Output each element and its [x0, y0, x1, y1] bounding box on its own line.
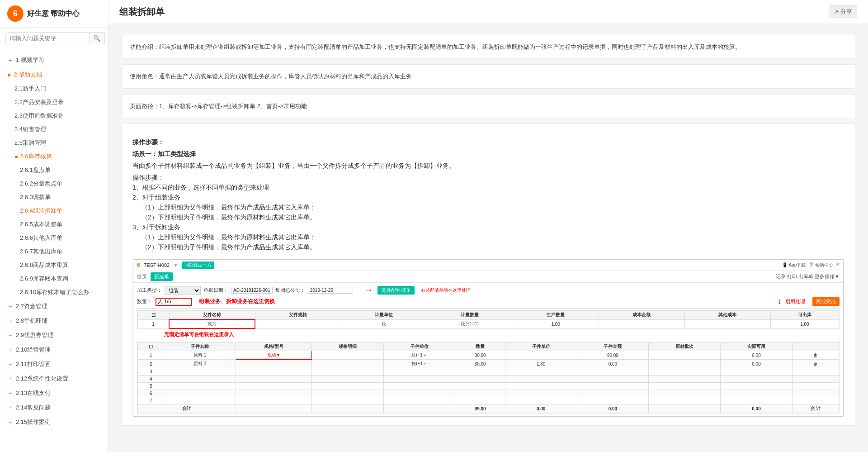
sidebar-item-install[interactable]: 2.2产品安装及登录	[0, 95, 108, 109]
step3-1: （1）上部明细为父件明细，最终作为原材料生成其它出库单；	[142, 233, 844, 242]
share-icon: ↗	[834, 9, 839, 15]
sidebar-item-video[interactable]: ＋ 1.视频学习	[0, 53, 108, 67]
step2: 2、对于组装业务	[132, 194, 844, 202]
mini-dropdown-icon: ▼	[173, 262, 178, 268]
sidebar-item-2-6-6[interactable]: 2.6.6其他入库单	[0, 231, 108, 245]
step3-2: （2）下部明细为子件明细，最终作为产成品生成其它入库单。	[142, 243, 844, 252]
sidebar-item-2-6-1[interactable]: 2.6.1盘点单	[0, 163, 108, 177]
plus-icon-2-10: ＋	[7, 346, 13, 354]
mini-form-label: 数量：	[137, 298, 152, 305]
mini-child-row5: 5	[138, 383, 839, 390]
sidebar-item-2-12[interactable]: ＋ 2.12系统个性化设置	[0, 371, 108, 386]
plus-icon-2-12: ＋	[7, 375, 13, 383]
plus-icon-2-14: ＋	[7, 404, 13, 412]
mini-arrow1: →	[365, 285, 373, 295]
plus-icon-2-9: ＋	[7, 331, 13, 339]
sidebar-item-2-6-9[interactable]: 2.6.9库存账本查询	[0, 272, 108, 285]
sidebar-item-2-13[interactable]: ＋ 2.13在线支付	[0, 386, 108, 400]
scene1-heading: 场景一：加工类型选择	[132, 150, 844, 158]
step2-2: （2）下部明细为子件明细，最终作为原材料生成其它出库单。	[142, 214, 844, 222]
mini-company: TEST-H002	[144, 262, 170, 268]
mini-total-row: 合计 99.00 0.00 0.00 0.00	[138, 404, 839, 413]
mini-th-spec: 父件规格	[255, 311, 341, 320]
sidebar-item-2-6-2[interactable]: 2.6.2分量盘点单	[0, 177, 108, 190]
share-button[interactable]: ↗ 分享	[829, 5, 857, 18]
plus-icon-2-11: ＋	[7, 360, 13, 368]
sidebar-item-2-8[interactable]: ＋ 2.8手机旺铺	[0, 314, 108, 328]
sidebar-item-inventory[interactable]: ● 2.6库存核算	[0, 150, 108, 163]
mini-toolbar-right: 📱 App下载 ❓ 帮助中心 ✕	[782, 262, 840, 268]
mini-qty-input[interactable]	[156, 298, 192, 306]
mini-th-other: 其他成本	[684, 311, 770, 320]
minus-icon: ●	[7, 71, 11, 78]
sidebar-item-2-11[interactable]: ＋ 2.11打印设置	[0, 357, 108, 371]
mini-child-row6: 6	[138, 390, 839, 397]
mini-annotation2-text: 组装业务、拆卸业务在这里切换	[199, 298, 275, 305]
scene1-desc: 当由多个子件材料组装成一个成品的业务为【组装】业务，当由一个父件拆分成多个子产品…	[132, 162, 844, 170]
mini-annotation-row2: 数量： 组装业务、拆卸业务在这里切换 ↓ 启用处理 完成完成	[137, 297, 840, 306]
sidebar-item-new[interactable]: 2.1新手入门	[0, 82, 108, 95]
mini-table-parent-table: ☐ 父件名称 父件规格 计量单位 计量数量 生产数量 成本金额 其他成本 可出库	[137, 310, 839, 329]
mini-annotation4: 无固定清单可在组装在这里录入	[164, 331, 840, 338]
sidebar-item-2-6-5[interactable]: 2.6.5成本调整单	[0, 218, 108, 231]
sidebar-item-2-14[interactable]: ＋ 2.14常见问题	[0, 400, 108, 415]
sidebar: 6 好生意 帮助中心 🔍 ＋ 1.视频学习 ● 2.帮助文档 2.1新手入门 2…	[0, 0, 108, 452]
app-logo: 6	[7, 5, 24, 22]
sidebar-item-2-10[interactable]: ＋ 2.10经营管理	[0, 343, 108, 357]
mini-home-tab: 自页	[137, 273, 147, 280]
mini-form-row1: 加工类型： 组装 拆卸 单据日期： AD-20191226-001 集团总公司：…	[137, 285, 840, 295]
sidebar-item-2-6-7[interactable]: 2.6.7其他出库单	[0, 245, 108, 258]
mini-app-icon: 📱 App下载	[782, 262, 806, 268]
sidebar-item-2-6-10[interactable]: 2.6.10库存账本错了怎么办	[0, 285, 108, 299]
mini-label-date: 单据日期：	[203, 287, 228, 294]
sidebar-item-purchase[interactable]: 2.5采购管理	[0, 136, 108, 150]
main-content: 组装拆卸单 ↗ 分享 功能介绍：组装拆卸单用来处理企业组装或拆卸等加工业务，支持…	[108, 0, 868, 452]
share-label: 分享	[840, 8, 852, 16]
path-section: 页面路径：1、库存核算->库存管理->组装拆卸单 2、首页->常用功能	[121, 94, 855, 118]
mini-close-icon: ✕	[836, 262, 840, 268]
search-input[interactable]	[5, 32, 90, 44]
mini-titlebar: 6 TEST-H002 ▼ 同期数据一方 📱 App下载 ❓ 帮助中心 ✕	[133, 260, 843, 271]
role-section: 使用角色：通常由生产人员或库管人员完成拆装业务的操作，库管人员确认原材料的出库和…	[121, 64, 855, 88]
sidebar-item-docs-label: 2.帮助文档	[14, 71, 42, 79]
mini-th-avail: 可出库	[770, 311, 839, 320]
mini-confirm-btn[interactable]: 完成完成	[812, 297, 840, 306]
mini-type-select[interactable]: 组装 拆卸	[165, 286, 201, 295]
mini-child-row7: 7	[138, 397, 839, 404]
sidebar-item-data[interactable]: 2.3使用前数据准备	[0, 109, 108, 123]
sidebar-item-2-6-4[interactable]: 2.6.4组装拆卸单	[0, 204, 108, 218]
content-area: 功能介绍：组装拆卸单用来处理企业组装或拆卸等加工业务，支持有固定装配清单的产品加…	[108, 24, 868, 452]
main-header: 组装拆卸单 ↗ 分享	[108, 0, 868, 24]
search-button[interactable]: 🔍	[90, 32, 105, 44]
sidebar-item-docs[interactable]: ● 2.帮助文档	[0, 67, 108, 82]
sidebar-item-2-7[interactable]: ＋ 2.7资金管理	[0, 299, 108, 314]
sidebar-item-sales[interactable]: 2.4销售管理	[0, 123, 108, 136]
mini-sync-btn: 同期数据一方	[182, 262, 214, 269]
mini-child-row4: 4	[138, 376, 839, 383]
mini-child-row1: 1 原料 1 规格▼ 块(+1＋ 30.00 90.00	[138, 351, 839, 360]
mini-annotation3-text: 启用处理	[785, 298, 805, 305]
mini-new-tab: 新建单	[151, 272, 173, 281]
sidebar-item-video-label: 1.视频学习	[16, 56, 44, 64]
intro-text: 功能介绍：组装拆卸单用来处理企业组装或拆卸等加工业务，支持有固定装配清单的产品加…	[130, 42, 847, 52]
mini-label-type: 加工类型：	[137, 287, 162, 294]
screenshot-container: 6 TEST-H002 ▼ 同期数据一方 📱 App下载 ❓ 帮助中心 ✕	[132, 259, 844, 417]
mini-form: 加工类型： 组装 拆卸 单据日期： AD-20191226-001 集团总公司：…	[133, 283, 843, 416]
mini-th-qty: 计量数量	[427, 311, 513, 320]
mini-table-parent: ☐ 父件名称 父件规格 计量单位 计量数量 生产数量 成本金额 其他成本 可出库	[137, 308, 840, 329]
mini-child-row2: 2 原料 2 块(+1＋ 30.00 1.80 0.00	[138, 360, 839, 368]
mini-date-val: AD-20191226-001	[231, 287, 273, 294]
steps-wrapper: 操作步骤： 场景一：加工类型选择 当由多个子件材料组装成一个成品的业务为【组装】…	[121, 124, 855, 426]
sidebar-item-2-6-8[interactable]: 2.6.8商品成本重算	[0, 258, 108, 272]
sidebar-item-2-15[interactable]: ＋ 2.15操作案例	[0, 415, 108, 429]
sidebar-header: 6 好生意 帮助中心	[0, 0, 108, 28]
mini-ui: 6 TEST-H002 ▼ 同期数据一方 📱 App下载 ❓ 帮助中心 ✕	[133, 259, 844, 417]
mini-btn-config[interactable]: 选择配料清单	[377, 286, 415, 295]
mini-table-child: ☐ 子件名称 规格/型号 规格明细 子件单位 数量 子件单价 子件金额 原材批次	[137, 340, 840, 414]
mini-th-name: 父件名称	[169, 311, 255, 320]
sidebar-item-2-9[interactable]: ＋ 2.9优惠券管理	[0, 328, 108, 343]
sidebar-item-2-6-3[interactable]: 2.6.3调拨单	[0, 190, 108, 204]
page-title: 组装拆卸单	[119, 6, 165, 18]
plus-icon-2-13: ＋	[7, 389, 13, 397]
mini-child-row3: 3	[138, 368, 839, 376]
